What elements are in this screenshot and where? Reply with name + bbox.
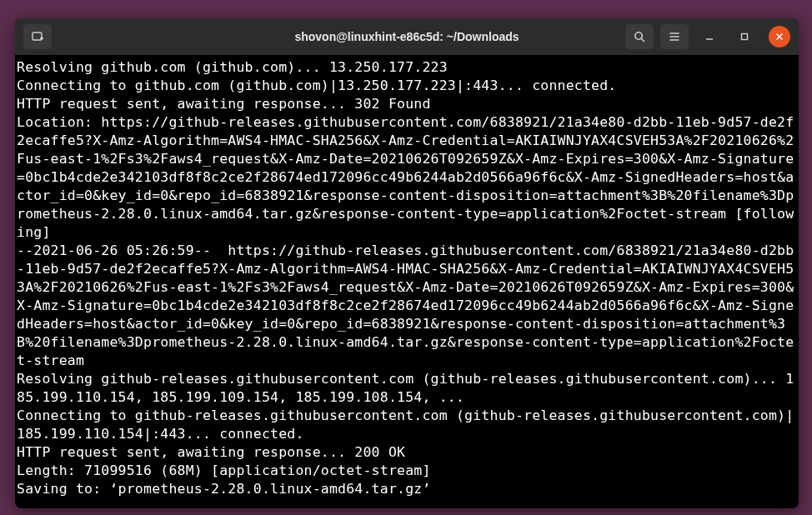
terminal-line: Connecting to github-releases.githubuser… — [17, 407, 797, 443]
terminal-line: HTTP request sent, awaiting response... … — [17, 95, 797, 113]
terminal-line: Location: https://github-releases.github… — [17, 113, 797, 242]
close-button[interactable] — [769, 26, 790, 48]
terminal-window: shovon@linuxhint-e86c5d: ~/Downloads — [15, 18, 799, 508]
search-button[interactable] — [625, 24, 654, 49]
window-title: shovon@linuxhint-e86c5d: ~/Downloads — [294, 30, 519, 43]
close-icon — [774, 32, 784, 42]
titlebar-left — [20, 24, 52, 49]
terminal-line: Saving to: ‘prometheus-2.28.0.linux-amd6… — [17, 480, 797, 498]
hamburger-icon — [668, 30, 681, 43]
new-tab-button[interactable] — [23, 24, 52, 49]
svg-rect-9 — [742, 34, 748, 40]
terminal-line: Resolving github-releases.githubusercont… — [17, 370, 797, 407]
terminal-line: Length: 71099516 (68M) [application/octe… — [17, 462, 797, 480]
terminal-line: Resolving github.com (github.com)... 13.… — [17, 58, 797, 77]
terminal-line — [17, 498, 797, 508]
search-icon — [633, 30, 646, 43]
minimize-icon — [704, 32, 714, 42]
terminal-line: --2021-06-26 05:26:59-- https://github-r… — [17, 242, 797, 370]
terminal-line: HTTP request sent, awaiting response... … — [17, 443, 797, 462]
minimize-button[interactable] — [699, 26, 720, 48]
svg-line-4 — [641, 38, 644, 42]
terminal-line: Connecting to github.com (github.com)|13… — [17, 77, 797, 95]
maximize-icon — [739, 32, 749, 42]
terminal-output[interactable]: Resolving github.com (github.com)... 13.… — [15, 55, 799, 508]
svg-point-3 — [635, 32, 642, 39]
menu-button[interactable] — [660, 24, 689, 49]
new-tab-icon — [31, 30, 44, 43]
maximize-button[interactable] — [734, 26, 755, 48]
titlebar: shovon@linuxhint-e86c5d: ~/Downloads — [15, 18, 799, 55]
titlebar-right — [625, 24, 794, 49]
